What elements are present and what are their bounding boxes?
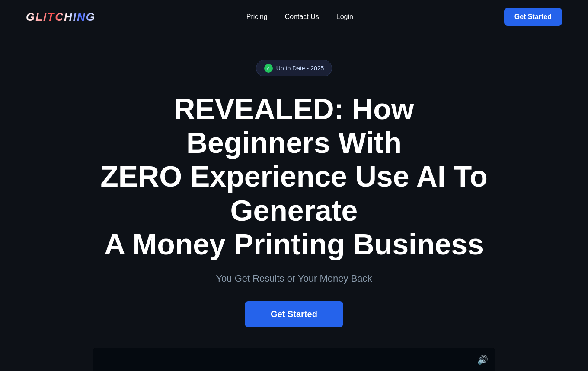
nav-item-pricing[interactable]: Pricing (246, 13, 268, 21)
hero-title-line3: A Money Printing Business (104, 228, 484, 260)
nav-link-pricing[interactable]: Pricing (246, 13, 268, 20)
nav-link-contact[interactable]: Contact Us (285, 13, 319, 20)
hero-section: ✓ Up to Date - 2025 REVEALED: How Beginn… (0, 34, 588, 371)
hero-title: REVEALED: How Beginners With ZERO Experi… (99, 92, 489, 261)
badge: ✓ Up to Date - 2025 (256, 60, 332, 76)
navbar-get-started-button[interactable]: Get Started (504, 8, 562, 26)
hero-title-line1: REVEALED: How Beginners With (174, 92, 414, 159)
video-container[interactable]: 🔊 (93, 348, 495, 371)
navbar: GLITCHING Pricing Contact Us Login Get S… (0, 0, 588, 34)
nav-links: Pricing Contact Us Login (246, 13, 353, 21)
video-inner: 🔊 (93, 348, 495, 371)
nav-item-contact[interactable]: Contact Us (285, 13, 319, 21)
hero-title-line2: ZERO Experience Use AI To Generate (100, 160, 488, 226)
badge-text: Up to Date - 2025 (276, 65, 324, 72)
hero-get-started-button[interactable]: Get Started (245, 301, 343, 327)
nav-item-login[interactable]: Login (336, 13, 353, 21)
nav-link-login[interactable]: Login (336, 13, 353, 20)
speaker-icon: 🔊 (477, 355, 488, 365)
logo[interactable]: GLITCHING (26, 10, 96, 24)
volume-icon[interactable]: 🔊 (477, 355, 488, 365)
hero-subtitle: You Get Results or Your Money Back (216, 273, 372, 284)
check-icon: ✓ (264, 64, 273, 73)
